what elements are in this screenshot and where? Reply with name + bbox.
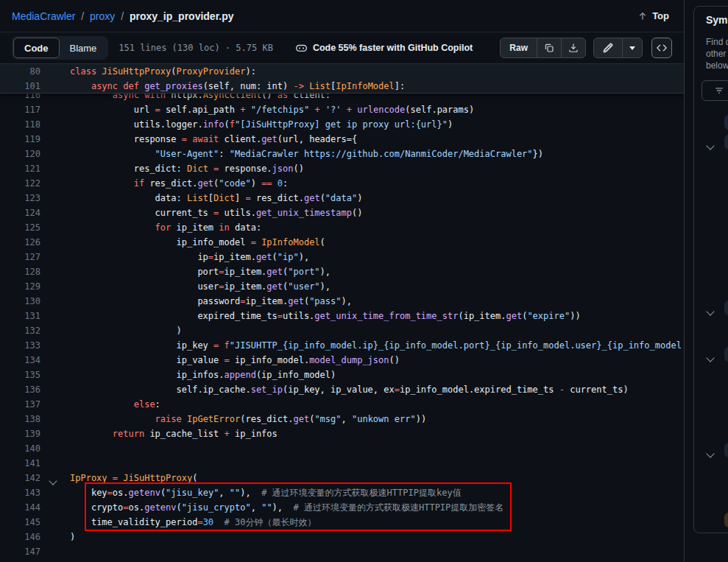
line-number[interactable]: 125: [0, 220, 40, 235]
code-text: ip_value = ip_info_model.model_dump_json…: [70, 353, 400, 368]
code-line-117: 117 url = self.api_path + "/fetchips" + …: [0, 102, 684, 117]
line-number[interactable]: 119: [0, 132, 40, 147]
breadcrumb-folder-link[interactable]: proxy: [90, 10, 115, 22]
copy-icon: [544, 43, 554, 53]
line-number[interactable]: 140: [0, 441, 40, 456]
line-number[interactable]: 127: [0, 250, 40, 264]
code-line-144: 144 crypto=os.getenv("jisu_crypto", ""),…: [0, 500, 684, 515]
line-number[interactable]: 143: [0, 485, 40, 500]
line-number[interactable]: 145: [0, 515, 40, 530]
line-number[interactable]: 138: [0, 412, 40, 426]
code-line-118: 118 utils.logger.info(f"[JiSuHttpProxy] …: [0, 117, 684, 132]
line-number[interactable]: 137: [0, 397, 40, 412]
code-line-145: 145 time_validity_period=30 # 30分钟（最长时效）: [0, 515, 684, 530]
symbol-chip[interactable]: [724, 347, 728, 362]
file-toolbar: Code Blame 151 lines (130 loc) · 5.75 KB…: [0, 32, 684, 64]
breadcrumb-separator: /: [78, 10, 87, 22]
download-button[interactable]: [561, 38, 585, 57]
code-text: ip_info_model = IpInfoModel(: [70, 235, 325, 250]
code-text: password=ip_item.get("pass"),: [70, 294, 352, 309]
line-number[interactable]: 123: [0, 191, 40, 206]
line-number[interactable]: 120: [0, 147, 40, 161]
tab-code[interactable]: Code: [13, 38, 60, 58]
file-content-column: MediaCrawler / proxy / proxy_ip_provider…: [0, 0, 685, 562]
code-text: async def get_proxies(self, num: int) ->…: [70, 79, 405, 94]
line-number[interactable]: 128: [0, 264, 40, 279]
line-number[interactable]: 129: [0, 279, 40, 294]
breadcrumb-repo-link[interactable]: MediaCrawler: [12, 10, 75, 22]
caret-down-icon: [629, 46, 635, 50]
line-number[interactable]: 122: [0, 176, 40, 191]
code-line-135: 135 ip_infos.append(ip_info_model): [0, 368, 684, 382]
line-number[interactable]: 126: [0, 235, 40, 250]
code-text: self.ip_cache.set_ip(ip_key, ip_value, e…: [70, 382, 629, 397]
line-number[interactable]: 141: [0, 456, 40, 471]
code-text: time_validity_period=30 # 30分钟（最长时效）: [70, 515, 316, 530]
line-number[interactable]: 130: [0, 294, 40, 309]
symbols-panel-toggle[interactable]: [651, 38, 672, 58]
symbol-chip[interactable]: [724, 135, 728, 150]
line-number[interactable]: 142: [0, 471, 40, 485]
code-text: key=os.getenv("jisu_key", ""), # 通过环境变量的…: [70, 485, 462, 500]
edit-dropdown-button[interactable]: [622, 38, 642, 57]
symbol-chip[interactable]: [724, 513, 728, 527]
code-text: port=ip_item.get("port"),: [70, 264, 331, 279]
symbol-expand-icon[interactable]: [707, 351, 713, 364]
symbol-expand-icon[interactable]: [707, 138, 713, 152]
line-number[interactable]: 118: [0, 117, 40, 132]
code-line-122: 122 if res_dict.get("code") == 0:: [0, 176, 684, 191]
line-number[interactable]: 121: [0, 161, 40, 176]
symbols-panel-description: Find definitions and references for func…: [706, 36, 728, 71]
back-to-top-label: Top: [652, 10, 669, 21]
line-number[interactable]: 144: [0, 500, 40, 515]
symbol-chip[interactable]: [724, 115, 728, 130]
breadcrumb: MediaCrawler / proxy / proxy_ip_provider…: [12, 10, 234, 22]
line-number[interactable]: 131: [0, 309, 40, 323]
line-number[interactable]: 133: [0, 338, 40, 353]
code-text: "User-Agent": "MediaCrawler https://gith…: [70, 147, 543, 161]
line-number[interactable]: 146: [0, 530, 40, 544]
code-line-142: 142IpProxy = JiSuHttpProxy(: [0, 471, 684, 485]
back-to-top-button[interactable]: Top: [637, 10, 669, 21]
line-number[interactable]: 80: [0, 64, 40, 79]
tab-blame[interactable]: Blame: [60, 38, 107, 58]
code-text: expired_time_ts=utils.get_unix_time_from…: [70, 309, 581, 323]
line-number[interactable]: 101: [0, 79, 40, 94]
code-text: if res_dict.get("code") == 0:: [70, 176, 288, 191]
symbol-chip[interactable]: [724, 443, 728, 457]
symbols-filter-input[interactable]: [702, 80, 728, 101]
raw-copy-download-group: Raw: [500, 38, 586, 58]
symbol-expand-icon[interactable]: [707, 304, 713, 317]
line-number[interactable]: 135: [0, 368, 40, 382]
line-number[interactable]: 136: [0, 382, 40, 397]
code-line-140: 140: [0, 441, 684, 456]
line-number[interactable]: 124: [0, 206, 40, 220]
code-line-123: 123 data: List[Dict] = res_dict.get("dat…: [0, 191, 684, 206]
copilot-banner[interactable]: Code 55% faster with GitHub Copilot: [295, 42, 473, 55]
symbol-expand-icon[interactable]: [707, 446, 713, 460]
code-text: utils.logger.info(f"[JiSuHttpProxy] get …: [70, 117, 453, 132]
code-text: data: List[Dict] = res_dict.get("data"): [70, 191, 362, 206]
symbol-chip[interactable]: [724, 301, 728, 315]
line-number[interactable]: 139: [0, 426, 40, 441]
code-line-101: 101 async def get_proxies(self, num: int…: [0, 79, 684, 94]
code-line-146: 146): [0, 530, 684, 544]
edit-group: [593, 38, 643, 58]
line-number[interactable]: 134: [0, 353, 40, 368]
code-text: else:: [70, 397, 160, 412]
code-text: url = self.api_path + "/fetchips" + '?' …: [70, 102, 474, 117]
line-number[interactable]: 147: [0, 544, 40, 559]
copy-button[interactable]: [537, 38, 561, 57]
arrow-up-icon: [637, 11, 648, 21]
code-line-139: 139 return ip_cache_list + ip_infos: [0, 426, 684, 441]
raw-button[interactable]: Raw: [501, 38, 537, 57]
code-text: user=ip_item.get("user"),: [70, 279, 331, 294]
code-line-143: 143 key=os.getenv("jisu_key", ""), # 通过环…: [0, 485, 684, 500]
line-number[interactable]: 117: [0, 102, 40, 117]
line-number[interactable]: 132: [0, 323, 40, 338]
pencil-icon: [603, 43, 613, 53]
edit-button[interactable]: [594, 38, 622, 57]
code-text: class JiSuHttpProxy(ProxyProvider):: [70, 64, 256, 79]
code-line-119: 119 response = await client.get(url, hea…: [0, 132, 684, 147]
filter-icon: [702, 85, 724, 96]
